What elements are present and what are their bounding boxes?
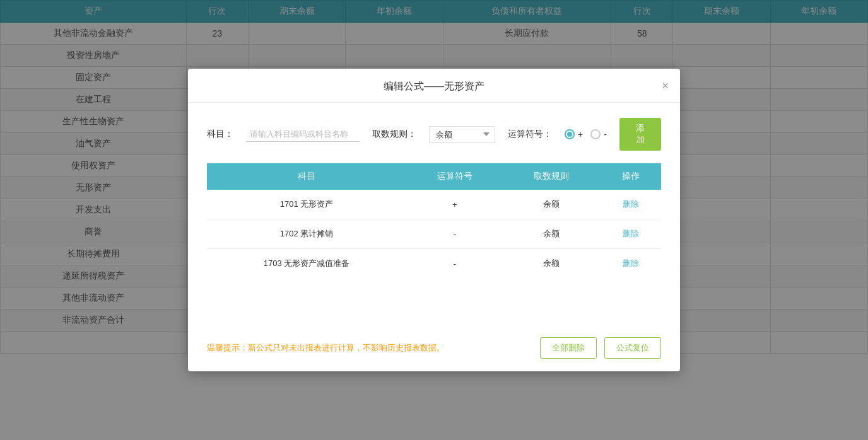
delete-link[interactable]: 删除 bbox=[623, 199, 639, 209]
rule-select[interactable]: 余额 借方余额 贷方余额 借方发生额 贷方发生额 bbox=[429, 126, 495, 143]
action-cell: 删除 bbox=[600, 190, 661, 219]
reset-button[interactable]: 公式复位 bbox=[604, 337, 661, 359]
footer-buttons: 全部删除 公式复位 bbox=[540, 337, 661, 359]
close-icon[interactable]: × bbox=[662, 80, 669, 91]
table-body: 1701 无形资产+余额删除1702 累计摊销-余额删除1703 无形资产减值准… bbox=[207, 190, 661, 278]
delete-link[interactable]: 删除 bbox=[623, 258, 639, 268]
subject-cell: 1703 无形资产减值准备 bbox=[207, 249, 406, 279]
operator-plus-item[interactable]: + bbox=[565, 129, 583, 139]
subject-input[interactable] bbox=[246, 127, 360, 142]
modal-col-header: 运算符号 bbox=[406, 163, 503, 190]
rule-cell: 余额 bbox=[503, 249, 600, 279]
add-button[interactable]: 添加 bbox=[619, 118, 661, 151]
action-cell: 删除 bbox=[600, 219, 661, 249]
table-row: 1703 无形资产减值准备-余额删除 bbox=[207, 249, 661, 279]
operator-minus-radio[interactable] bbox=[590, 129, 601, 139]
rule-cell: 余额 bbox=[503, 190, 600, 219]
modal: 编辑公式——无形资产 × 科目： 取数规则： 余额 借方余额 贷方余额 借方发生… bbox=[188, 69, 680, 371]
formula-table: 科目运算符号取数规则操作 1701 无形资产+余额删除1702 累计摊销-余额删… bbox=[207, 163, 661, 278]
operator-cell: - bbox=[406, 219, 503, 249]
modal-col-header: 操作 bbox=[600, 163, 661, 190]
modal-header: 编辑公式——无形资产 × bbox=[188, 69, 680, 103]
subject-cell: 1701 无形资产 bbox=[207, 190, 406, 219]
operator-cell: - bbox=[406, 249, 503, 279]
modal-body: 科目： 取数规则： 余额 借方余额 贷方余额 借方发生额 贷方发生额 运算符号： bbox=[188, 103, 680, 328]
operator-cell: + bbox=[406, 190, 503, 219]
subject-cell: 1702 累计摊销 bbox=[207, 219, 406, 249]
rule-label: 取数规则： bbox=[372, 129, 416, 140]
operator-label: 运算符号： bbox=[508, 129, 552, 140]
modal-col-header: 取数规则 bbox=[503, 163, 600, 190]
table-row: 1701 无形资产+余额删除 bbox=[207, 190, 661, 219]
operator-minus-label: - bbox=[604, 129, 607, 139]
rule-cell: 余额 bbox=[503, 219, 600, 249]
form-row: 科目： 取数规则： 余额 借方余额 贷方余额 借方发生额 贷方发生额 运算符号： bbox=[207, 118, 661, 151]
operator-plus-label: + bbox=[578, 129, 583, 139]
subject-label: 科目： bbox=[207, 129, 233, 140]
footer-tip: 温馨提示：新公式只对未出报表进行计算，不影响历史报表数据。 bbox=[207, 342, 445, 354]
operator-plus-radio[interactable] bbox=[565, 129, 575, 139]
operator-radio-group: + - bbox=[565, 129, 607, 139]
modal-col-header: 科目 bbox=[207, 163, 406, 190]
table-row: 1702 累计摊销-余额删除 bbox=[207, 219, 661, 249]
modal-title: 编辑公式——无形资产 bbox=[384, 80, 484, 93]
delete-all-button[interactable]: 全部删除 bbox=[540, 337, 597, 359]
delete-link[interactable]: 删除 bbox=[623, 229, 639, 238]
modal-overlay: 编辑公式——无形资产 × 科目： 取数规则： 余额 借方余额 贷方余额 借方发生… bbox=[0, 0, 868, 440]
action-cell: 删除 bbox=[600, 249, 661, 279]
operator-minus-item[interactable]: - bbox=[590, 129, 607, 139]
modal-footer: 温馨提示：新公式只对未出报表进行计算，不影响历史报表数据。 全部删除 公式复位 bbox=[188, 328, 680, 371]
rule-select-group: 余额 借方余额 贷方余额 借方发生额 贷方发生额 bbox=[429, 126, 495, 143]
table-header-row: 科目运算符号取数规则操作 bbox=[207, 163, 661, 190]
